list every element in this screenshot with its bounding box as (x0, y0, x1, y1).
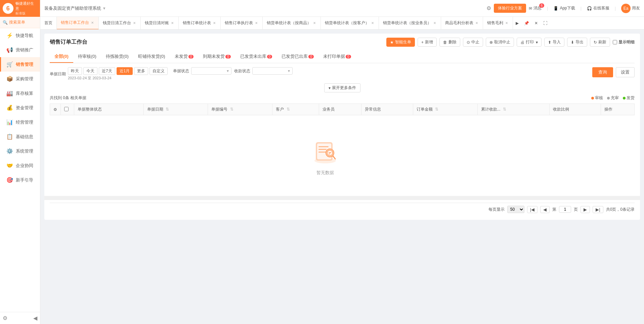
add-button[interactable]: + 新增 (418, 38, 437, 47)
tab-sales-exec[interactable]: 销售订单执行表 ✕ (221, 17, 263, 30)
review-action[interactable]: 审核 (591, 95, 603, 101)
col-customer[interactable]: 客户 ⇅ (272, 104, 319, 115)
sub-tab-pending-review[interactable]: 待审核(0) (73, 51, 101, 63)
sidebar-collapse-button[interactable]: ◀ (33, 315, 37, 321)
sub-tab-pending-check[interactable]: 待拣验货(0) (101, 51, 133, 63)
tab-more-button[interactable]: ▶ (513, 17, 521, 30)
tab-goods-margin-close[interactable]: ✕ (475, 21, 479, 25)
date-btn-custom[interactable]: 自定义 (149, 67, 168, 75)
tab-cash-daily-close[interactable]: ✕ (132, 21, 136, 25)
tab-sales-workbench-close[interactable]: ✕ (90, 21, 94, 25)
tab-pin-button[interactable]: 📌 (521, 17, 532, 30)
tab-sales-workbench[interactable]: 销售订单工作台 ✕ (57, 17, 99, 30)
tab-goods-margin[interactable]: 商品毛利分析表 ✕ (441, 17, 483, 30)
tab-sales-stat-product[interactable]: 销货单统计表（按商品） ✕ (263, 17, 321, 30)
col-cumulative[interactable]: 累计收款... ⇅ (477, 104, 549, 115)
date-btn-1month[interactable]: 近1月 (117, 67, 133, 75)
table-gear-col[interactable]: ⚙ (50, 104, 61, 115)
online-service-button[interactable]: 🎧 在线客服 (587, 5, 609, 11)
tab-sales-exec-close[interactable]: ✕ (254, 21, 258, 25)
tab-expand-button[interactable]: ⛶ (541, 17, 550, 30)
user-menu-button[interactable]: Ea 用友 (621, 4, 640, 13)
expand-conditions-button[interactable]: ▾ 展开更多条件 (324, 83, 360, 92)
system-title: 装备及固定资产辅助管理系统 ▾ (44, 5, 484, 11)
date-btn-more[interactable]: 更多 (134, 67, 148, 75)
horizontal-scroll[interactable] (44, 196, 640, 200)
query-button[interactable]: 查询 (592, 67, 613, 77)
col-number[interactable]: 单据编号 ⇅ (208, 104, 272, 115)
svg-rect-9 (329, 152, 331, 153)
tab-sales-stat[interactable]: 销售订单统计表 ✕ (179, 17, 221, 30)
tab-sales-stat-staff-close[interactable]: ✕ (433, 21, 437, 25)
page-number-input[interactable] (559, 206, 571, 213)
app-download-button[interactable]: 📱 App下载 (553, 5, 575, 11)
message-button[interactable]: ✉ 消息 6 (529, 5, 542, 11)
sidebar-item-quick-nav[interactable]: ⚡ 快捷导航 (0, 28, 40, 43)
page-size-select[interactable]: 50 20 100 200 (507, 206, 524, 213)
sidebar-item-label: 新手引导 (16, 177, 33, 183)
tab-sales-stat-product-close[interactable]: ✕ (312, 21, 316, 25)
sidebar-item-sales[interactable]: 🛒 销售管理 (0, 57, 40, 72)
tab-sales-stat-staff[interactable]: 销货单统计表（按业务员） ✕ (379, 17, 441, 30)
page-last-button[interactable]: ▶| (593, 206, 603, 213)
sidebar-item-operations[interactable]: 📊 经营管理 (0, 115, 40, 129)
col-date[interactable]: 单据日期 ⇅ (143, 104, 208, 115)
tab-sales-gross[interactable]: 销售毛利 ✕ (483, 17, 513, 30)
online-service-label: 在线客服 (593, 5, 609, 11)
sidebar-item-guide[interactable]: 🎯 新手引导 (0, 173, 40, 187)
tab-sales-stat-close[interactable]: ✕ (212, 21, 216, 25)
set-button[interactable]: 设置 (616, 67, 635, 77)
sidebar-search[interactable]: 🔍 搜索菜单 (0, 17, 40, 28)
ship-action[interactable]: 发货 (623, 95, 635, 101)
sidebar-item-purchase[interactable]: 📦 采购管理 (0, 72, 40, 86)
tab-sales-stat-customer-close[interactable]: ✕ (371, 21, 375, 25)
sidebar-item-marketing[interactable]: 📢 营销推广 (0, 43, 40, 57)
tab-sales-stat-customer[interactable]: 销货单统计表（按客户） ✕ (321, 17, 379, 30)
tab-home[interactable]: 首页 (40, 17, 57, 30)
sub-tab-unshipped[interactable]: 未发货0 (170, 51, 199, 63)
cancel-stop-button[interactable]: ⊗ 取消中止 (486, 38, 514, 47)
sidebar-gear-button[interactable]: ⚙ (3, 315, 7, 321)
show-detail-checkbox[interactable]: 显示明细 (613, 39, 635, 45)
date-btn-yesterday[interactable]: 昨天 (68, 67, 82, 75)
sidebar-item-finance[interactable]: 💰 资金管理 (0, 100, 40, 115)
page-first-button[interactable]: |◀ (527, 206, 538, 213)
stop-button[interactable]: ⊙ 中止 (463, 38, 483, 47)
date-btn-7days[interactable]: 近7天 (99, 67, 115, 75)
sub-tab-unprinted[interactable]: 未打印单据0 (318, 51, 356, 63)
detail-checkbox-input[interactable] (613, 40, 617, 44)
anti-review-action[interactable]: 充审 (607, 95, 619, 101)
sub-tab-shipped-not-out[interactable]: 已发货未出库0 (235, 51, 277, 63)
page-prev-button[interactable]: ◀ (540, 206, 550, 213)
sidebar-item-inventory[interactable]: 🏭 库存核算 (0, 86, 40, 100)
sidebar-item-system[interactable]: ⚙️ 系统管理 (0, 144, 40, 158)
sidebar-item-basics[interactable]: 📋 基础信息 (0, 129, 40, 144)
sub-tab-wangpu-ship[interactable]: 旺铺待发货(0) (133, 51, 170, 63)
date-btn-today[interactable]: 今天 (83, 67, 97, 75)
svg-rect-3 (318, 146, 329, 147)
tab-cash-daily[interactable]: 钱货日清工作台 ✕ (99, 17, 141, 30)
print-button[interactable]: 🖨 打印 ▾ (517, 38, 542, 47)
sub-tab-shipped-out[interactable]: 已发货已出库0 (277, 51, 318, 63)
tab-cash-reconcile-close[interactable]: ✕ (170, 21, 174, 25)
export-button[interactable]: ⬇ 导出 (567, 38, 587, 47)
select-all-checkbox[interactable] (64, 107, 69, 111)
smart-gen-button[interactable]: ★ 智能生单 (386, 38, 415, 47)
header-gear-icon[interactable]: ⚙ (486, 5, 491, 11)
col-amount[interactable]: 订单金额 ⇅ (413, 104, 477, 115)
page-next-button[interactable]: ▶ (581, 206, 590, 213)
tab-close-all-button[interactable]: ✕ (532, 17, 541, 30)
payment-filter-select[interactable] (252, 67, 293, 75)
delete-button[interactable]: 🗑 删除 (439, 38, 460, 47)
export-icon: ⬇ (571, 40, 574, 45)
tab-cash-reconcile[interactable]: 钱货日清对账 ✕ (141, 17, 179, 30)
status-filter-select[interactable] (191, 67, 231, 75)
import-button[interactable]: ⬆ 导入 (544, 38, 564, 47)
refresh-button[interactable]: ↻ 刷新 (590, 38, 610, 47)
tab-sales-gross-close[interactable]: ✕ (505, 21, 509, 25)
sidebar-item-enterprise[interactable]: 🤝 企业协同 (0, 158, 40, 173)
sub-tab-all[interactable]: 全部(0) (50, 51, 73, 63)
top-header: 装备及固定资产辅助管理系统 ▾ ⚙ 体验行业方案 ✉ 消息 6 | 📱 App下… (40, 0, 644, 17)
trial-button[interactable]: 体验行业方案 (494, 4, 526, 13)
sub-tab-overdue-unshipped[interactable]: 到期未发货0 (198, 51, 235, 63)
